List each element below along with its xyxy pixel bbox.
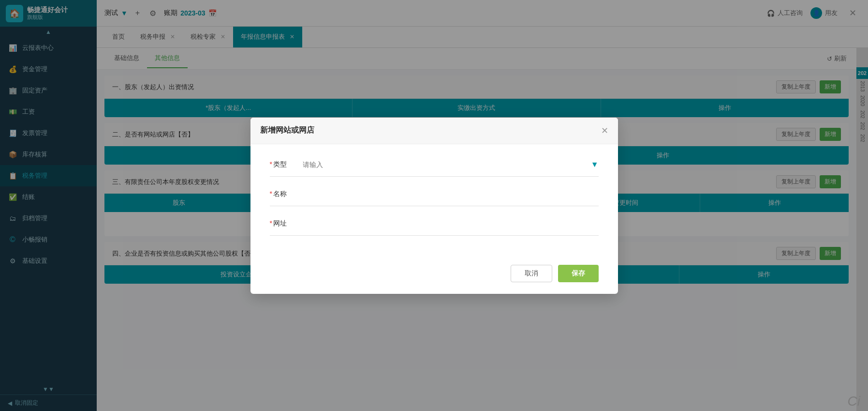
- form-label-url: *网址: [270, 219, 299, 228]
- type-input[interactable]: [299, 159, 591, 170]
- type-dropdown-arrow[interactable]: ▼: [591, 160, 599, 169]
- required-star-url: *: [270, 219, 272, 227]
- form-label-name: *名称: [270, 190, 299, 198]
- modal-add-website: 新增网站或网店 ✕ *类型 ▼ *名称 *网址: [250, 118, 618, 294]
- form-label-type: *类型: [270, 160, 299, 169]
- modal-header: 新增网站或网店 ✕: [250, 118, 618, 144]
- modal-footer: 取消 保存: [250, 257, 618, 294]
- form-row-type: *类型 ▼: [270, 159, 599, 177]
- modal-close-button[interactable]: ✕: [601, 125, 608, 136]
- save-button[interactable]: 保存: [558, 265, 599, 282]
- modal-title: 新增网站或网店: [260, 125, 314, 136]
- form-row-url: *网址: [270, 218, 599, 236]
- required-star-name: *: [270, 190, 272, 198]
- url-input[interactable]: [299, 218, 599, 229]
- form-row-name: *名称: [270, 188, 599, 206]
- modal-overlay: 新增网站或网店 ✕ *类型 ▼ *名称 *网址: [0, 0, 868, 411]
- modal-body: *类型 ▼ *名称 *网址: [250, 144, 618, 257]
- required-star-type: *: [270, 160, 272, 168]
- cancel-button[interactable]: 取消: [511, 265, 552, 282]
- name-input[interactable]: [299, 188, 599, 200]
